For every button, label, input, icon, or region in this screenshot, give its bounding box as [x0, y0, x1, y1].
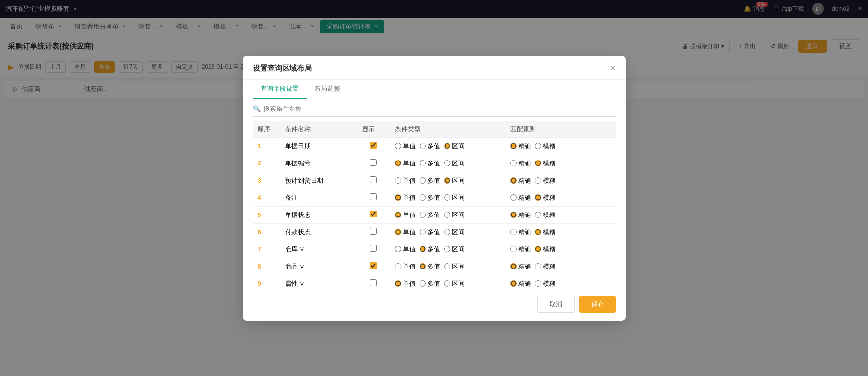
radio-type-多值[interactable]: 多值 [420, 193, 440, 202]
radio-match-模糊[interactable]: 模糊 [535, 193, 555, 202]
modal-title: 设置查询区域布局 [253, 64, 312, 73]
row-match-cell: 精确模糊 [505, 275, 615, 288]
col-header-order: 顺序 [253, 121, 280, 138]
modal-close-button[interactable]: × [610, 64, 616, 73]
radio-type-单值[interactable]: 单值 [395, 279, 416, 288]
row-order: 3 [253, 172, 280, 189]
radio-type-多值[interactable]: 多值 [420, 159, 440, 168]
table-row: 9属性 ∨单值多值区间精确模糊 [253, 275, 616, 288]
cancel-button[interactable]: 取消 [537, 296, 575, 313]
main-area: 采购订单统计表(按供应商) 🖨 按模板打印 ▾ ↑ 导出 ↺ 刷新 查询 设置 [0, 35, 868, 376]
radio-type-区间[interactable]: 区间 [444, 211, 465, 219]
radio-type-单值[interactable]: 单值 [395, 262, 416, 271]
modal-header: 设置查询区域布局 × [243, 56, 626, 80]
row-match-cell: 精确模糊 [505, 258, 615, 275]
row-type-cell: 单值多值区间 [390, 189, 505, 206]
radio-match-模糊[interactable]: 模糊 [535, 245, 555, 254]
row-show-checkbox[interactable] [370, 142, 377, 149]
radio-match-精确[interactable]: 精确 [510, 176, 531, 185]
radio-match-模糊[interactable]: 模糊 [535, 159, 555, 168]
row-show-cell [357, 241, 390, 258]
row-show-cell [357, 155, 390, 172]
table-row: 2单据编号单值多值区间精确模糊 [253, 155, 616, 172]
table-row: 7仓库 ∨单值多值区间精确模糊 [253, 241, 616, 258]
modal-tab-fields[interactable]: 查询字段设置 [253, 80, 307, 99]
radio-match-模糊[interactable]: 模糊 [535, 262, 555, 271]
radio-type-多值[interactable]: 多值 [420, 228, 440, 237]
radio-type-单值[interactable]: 单值 [395, 193, 416, 202]
row-order: 5 [253, 206, 280, 223]
radio-match-模糊[interactable]: 模糊 [535, 142, 555, 151]
row-order: 4 [253, 189, 280, 206]
radio-type-单值[interactable]: 单值 [395, 142, 416, 151]
radio-match-精确[interactable]: 精确 [510, 279, 531, 288]
row-show-checkbox[interactable] [370, 159, 377, 166]
row-condition-name: 仓库 ∨ [280, 241, 357, 258]
radio-match-模糊[interactable]: 模糊 [535, 279, 555, 288]
radio-match-模糊[interactable]: 模糊 [535, 228, 555, 237]
radio-type-多值[interactable]: 多值 [420, 142, 440, 151]
row-show-cell [357, 258, 390, 275]
row-show-checkbox[interactable] [370, 211, 377, 217]
radio-match-精确[interactable]: 精确 [510, 211, 531, 219]
row-match-cell: 精确模糊 [505, 137, 615, 155]
col-header-name: 条件名称 [280, 121, 357, 138]
row-type-cell: 单值多值区间 [390, 258, 505, 275]
row-type-cell: 单值多值区间 [390, 223, 505, 241]
radio-type-单值[interactable]: 单值 [395, 228, 416, 237]
radio-type-多值[interactable]: 多值 [420, 245, 440, 254]
radio-type-区间[interactable]: 区间 [444, 262, 465, 271]
row-match-cell: 精确模糊 [505, 223, 615, 241]
row-show-cell [357, 223, 390, 241]
row-match-cell: 精确模糊 [505, 189, 615, 206]
table-row: 3预计到货日期单值多值区间精确模糊 [253, 172, 616, 189]
row-show-checkbox[interactable] [370, 245, 377, 252]
modal-search-input[interactable] [263, 105, 362, 112]
save-button[interactable]: 保存 [579, 296, 616, 313]
row-type-cell: 单值多值区间 [390, 241, 505, 258]
row-show-checkbox[interactable] [370, 176, 377, 183]
row-show-checkbox[interactable] [370, 193, 377, 200]
radio-type-多值[interactable]: 多值 [420, 279, 440, 288]
radio-match-精确[interactable]: 精确 [510, 142, 531, 151]
row-condition-name: 属性 ∨ [280, 275, 357, 288]
radio-type-单值[interactable]: 单值 [395, 245, 416, 254]
radio-type-区间[interactable]: 区间 [444, 228, 465, 237]
table-row: 8商品 ∨单值多值区间精确模糊 [253, 258, 616, 275]
row-show-cell [357, 137, 390, 155]
radio-match-模糊[interactable]: 模糊 [535, 211, 555, 219]
row-type-cell: 单值多值区间 [390, 137, 505, 155]
radio-type-多值[interactable]: 多值 [420, 211, 440, 219]
table-row: 1单据日期单值多值区间精确模糊 [253, 137, 616, 155]
row-match-cell: 精确模糊 [505, 206, 615, 223]
radio-type-区间[interactable]: 区间 [444, 176, 465, 185]
radio-type-区间[interactable]: 区间 [444, 193, 465, 202]
radio-type-单值[interactable]: 单值 [395, 159, 416, 168]
row-order: 8 [253, 258, 280, 275]
radio-type-单值[interactable]: 单值 [395, 211, 416, 219]
row-show-checkbox[interactable] [370, 262, 377, 269]
radio-match-模糊[interactable]: 模糊 [535, 176, 555, 185]
modal-search-bar: 🔍 [253, 105, 616, 117]
radio-type-区间[interactable]: 区间 [444, 245, 465, 254]
radio-match-精确[interactable]: 精确 [510, 159, 531, 168]
row-show-checkbox[interactable] [370, 228, 377, 235]
row-condition-name: 付款状态 [280, 223, 357, 241]
radio-type-区间[interactable]: 区间 [444, 279, 465, 288]
modal-body: 🔍 顺序 条件名称 显示 条件类型 匹配原则 [243, 99, 626, 288]
radio-type-多值[interactable]: 多值 [420, 176, 440, 185]
radio-type-单值[interactable]: 单值 [395, 176, 416, 185]
radio-type-区间[interactable]: 区间 [444, 142, 465, 151]
radio-match-精确[interactable]: 精确 [510, 262, 531, 271]
row-condition-name: 单据状态 [280, 206, 357, 223]
radio-match-精确[interactable]: 精确 [510, 228, 531, 237]
col-header-show: 显示 [357, 121, 390, 138]
radio-type-区间[interactable]: 区间 [444, 159, 465, 168]
row-show-checkbox[interactable] [370, 279, 377, 286]
radio-type-多值[interactable]: 多值 [420, 262, 440, 271]
radio-match-精确[interactable]: 精确 [510, 245, 531, 254]
modal-search-icon: 🔍 [253, 105, 261, 112]
radio-match-精确[interactable]: 精确 [510, 193, 531, 202]
row-match-cell: 精确模糊 [505, 241, 615, 258]
modal-tab-layout[interactable]: 布局调整 [307, 80, 348, 99]
